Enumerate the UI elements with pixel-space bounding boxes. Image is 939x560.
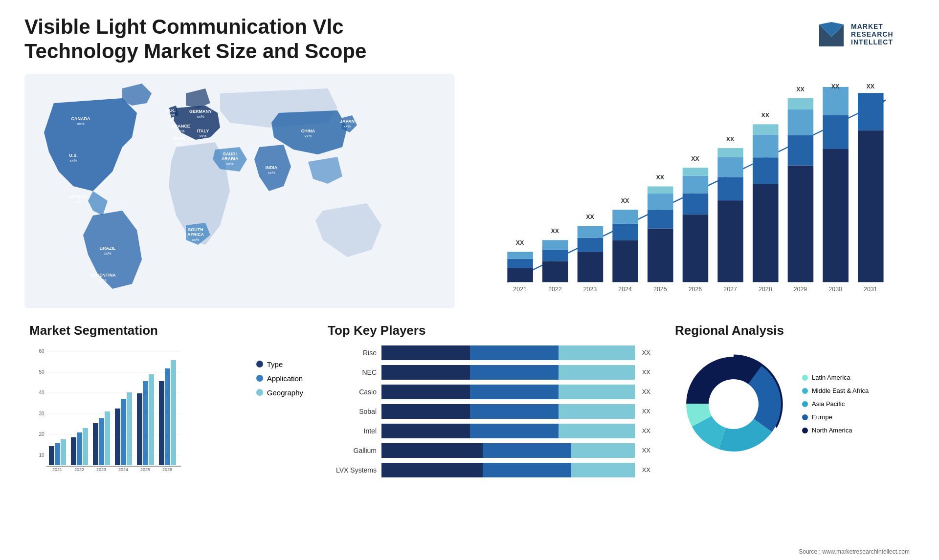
svg-text:60: 60 — [39, 348, 45, 354]
svg-rect-81 — [788, 135, 814, 165]
svg-text:XX: XX — [726, 136, 735, 143]
svg-rect-87 — [823, 115, 849, 149]
bar-seg2 — [470, 385, 559, 399]
svg-rect-57 — [648, 210, 673, 228]
geography-dot — [256, 389, 263, 396]
svg-text:U.K.: U.K. — [167, 108, 176, 113]
logo-container: MARKET RESEARCH INTELLECT — [817, 15, 915, 54]
player-row-rise: Rise XX — [328, 345, 650, 360]
svg-rect-129 — [165, 368, 170, 465]
legend-mea: Middle East & Africa — [802, 387, 869, 394]
svg-rect-71 — [717, 148, 743, 157]
svg-text:FRANCE: FRANCE — [172, 124, 190, 129]
svg-rect-62 — [683, 215, 709, 282]
svg-text:ARABIA: ARABIA — [222, 156, 239, 161]
svg-text:2031: 2031 — [864, 286, 877, 293]
bar-seg1 — [381, 443, 483, 458]
svg-text:XX: XX — [586, 214, 594, 220]
bar-seg3 — [571, 443, 634, 458]
svg-rect-121 — [121, 399, 126, 465]
bar-seg3 — [559, 424, 634, 438]
svg-text:2021: 2021 — [52, 467, 62, 472]
source-text: Source : www.marketresearchintellect.com — [799, 548, 910, 555]
svg-rect-80 — [788, 165, 814, 282]
player-bar-rise — [381, 345, 635, 360]
legend-asia-pacific: Asia Pacific — [802, 400, 869, 408]
svg-text:2027: 2027 — [723, 286, 737, 293]
svg-text:BRAZIL: BRAZIL — [100, 246, 116, 251]
svg-rect-88 — [823, 87, 849, 115]
svg-rect-108 — [49, 446, 54, 465]
player-name-sobal: Sobal — [328, 408, 377, 415]
svg-rect-126 — [149, 374, 154, 465]
svg-text:xx%: xx% — [304, 134, 312, 138]
page-title: Visible Light Communication Vlc Technolo… — [24, 15, 367, 64]
svg-rect-65 — [683, 168, 709, 175]
player-row-casio: Casio XX — [328, 385, 650, 399]
svg-text:2022: 2022 — [74, 467, 84, 472]
svg-text:ITALY: ITALY — [197, 129, 209, 133]
bar-seg1 — [381, 424, 470, 438]
svg-text:xx%: xx% — [177, 129, 184, 133]
bar-seg2 — [470, 424, 559, 438]
player-bar-intel — [381, 424, 635, 438]
latin-america-dot — [802, 375, 808, 381]
players-title: Top Key Players — [328, 323, 650, 338]
svg-text:20: 20 — [39, 431, 45, 437]
map-section: CANADA xx% U.S. xx% MEXICO xx% BRAZIL xx… — [24, 74, 455, 308]
bar-seg2 — [483, 443, 571, 458]
svg-rect-128 — [159, 381, 164, 465]
svg-text:xx%: xx% — [226, 162, 233, 166]
regional-legend: Latin America Middle East & Africa Asia … — [802, 374, 869, 434]
svg-rect-86 — [823, 149, 849, 282]
player-row-lvx: LVX Systems XX — [328, 463, 650, 477]
svg-text:xx%: xx% — [167, 113, 175, 117]
svg-rect-117 — [99, 418, 104, 465]
svg-text:GERMANY: GERMANY — [189, 109, 212, 114]
intel-xx: XX — [642, 427, 650, 434]
svg-point-137 — [709, 379, 759, 429]
bar-seg3 — [559, 345, 634, 360]
bar-seg2 — [470, 404, 559, 419]
svg-text:xx%: xx% — [99, 278, 106, 282]
north-america-dot — [802, 428, 808, 433]
europe-label: Europe — [812, 413, 832, 421]
svg-rect-120 — [115, 409, 120, 465]
player-name-nec: NEC — [328, 368, 377, 376]
svg-rect-59 — [648, 186, 673, 193]
svg-rect-110 — [61, 439, 66, 465]
growth-bar-chart: XX 2021 XX 2022 XX 2023 XX 2024 — [479, 84, 900, 299]
player-row-nec: NEC XX — [328, 365, 650, 380]
svg-text:XX: XX — [831, 84, 840, 90]
svg-text:2024: 2024 — [618, 286, 632, 293]
svg-text:ARGENTINA: ARGENTINA — [89, 273, 116, 278]
svg-rect-114 — [83, 428, 88, 465]
bar-seg3 — [559, 404, 634, 419]
svg-text:XX: XX — [656, 174, 665, 181]
growth-chart-section: XX 2021 XX 2022 XX 2023 XX 2024 — [465, 74, 915, 308]
logo-line2: RESEARCH — [851, 30, 894, 38]
application-label: Application — [267, 374, 303, 383]
svg-text:30: 30 — [39, 411, 45, 416]
svg-rect-75 — [753, 157, 779, 184]
bar-seg1 — [381, 463, 483, 477]
svg-rect-118 — [105, 411, 110, 465]
bar-seg1 — [381, 385, 470, 399]
svg-rect-42 — [542, 249, 568, 261]
svg-text:XX: XX — [761, 112, 770, 119]
legend-type: Type — [256, 360, 303, 368]
svg-text:2025: 2025 — [140, 467, 150, 472]
player-row-gallium: Gallium XX — [328, 443, 650, 458]
regional-title: Regional Analysis — [675, 323, 910, 338]
svg-rect-38 — [507, 252, 533, 258]
lvx-xx: XX — [642, 466, 650, 474]
svg-text:2023: 2023 — [583, 286, 597, 293]
svg-text:2029: 2029 — [794, 286, 807, 293]
svg-rect-48 — [578, 226, 604, 237]
svg-rect-37 — [507, 258, 533, 268]
sobal-xx: XX — [642, 408, 650, 415]
svg-rect-109 — [55, 443, 60, 465]
svg-text:xx%: xx% — [197, 114, 204, 119]
svg-rect-112 — [71, 437, 76, 465]
svg-text:2026: 2026 — [689, 286, 702, 293]
